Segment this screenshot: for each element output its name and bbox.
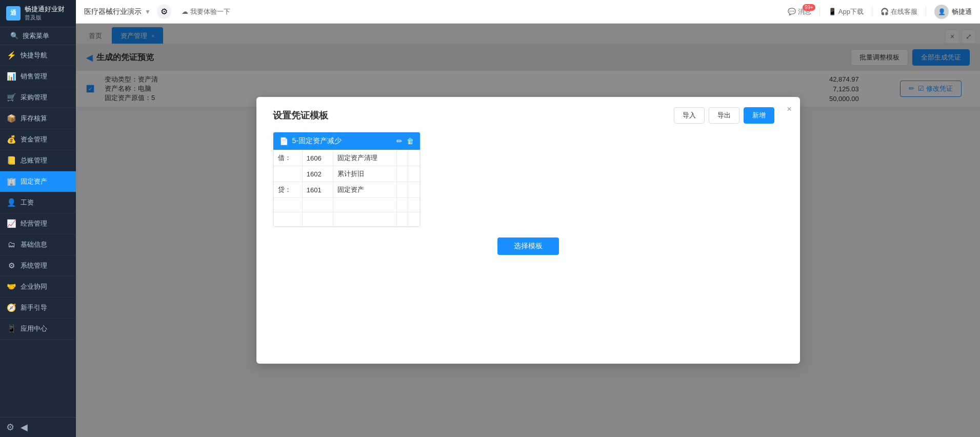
sidebar-bottom: ⚙ ◀ bbox=[0, 417, 76, 437]
sidebar-item-payroll[interactable]: 👤 工资 bbox=[0, 192, 76, 213]
inventory-icon: 📦 bbox=[6, 113, 16, 124]
template-card: 📄 5-固定资产减少 ✏ 🗑 借： 1606 固定资产清理 bbox=[273, 132, 421, 227]
template-card-header: 📄 5-固定资产减少 ✏ 🗑 bbox=[273, 132, 420, 150]
row2-type bbox=[273, 166, 302, 182]
message-badge: 99+ bbox=[803, 4, 815, 11]
row1-code: 1606 bbox=[302, 150, 333, 166]
template-name: 5-固定资产减少 bbox=[292, 136, 342, 146]
row3-name: 固定资产 bbox=[333, 182, 396, 198]
sidebar-item-sales[interactable]: 📊 销售管理 bbox=[0, 66, 76, 87]
collapse-icon[interactable]: ◀ bbox=[21, 422, 28, 433]
template-row-5 bbox=[273, 212, 419, 227]
template-row-4 bbox=[273, 198, 419, 212]
topbar: 医疗器械行业演示 ▼ ⚙ ☁ 我要体验一下 💬 消息 99+ 📱 App下载 🎧… bbox=[76, 0, 980, 24]
template-actions: ✏ 🗑 bbox=[396, 137, 414, 145]
sidebar-item-enterprise[interactable]: 🤝 企业协同 bbox=[0, 276, 76, 297]
finance-icon: 💰 bbox=[6, 134, 16, 145]
sidebar-item-label: 总账管理 bbox=[21, 156, 47, 165]
sidebar-item-app-center[interactable]: 📱 应用中心 bbox=[0, 319, 76, 340]
sidebar: 通 畅捷通好业财 普及版 🔍 搜索菜单 ⚡ 快捷导航 📊 销售管理 🛒 采购管理… bbox=[0, 0, 76, 437]
app-download-label: App下载 bbox=[838, 7, 864, 16]
app-center-icon: 📱 bbox=[6, 324, 16, 334]
modal-overlay: 设置凭证模板 × 导入 导出 新增 📄 5-固定资产减少 ✏ 🗑 bbox=[76, 24, 980, 437]
topbar-right: 💬 消息 99+ 📱 App下载 🎧 在线客服 👤 畅捷通 bbox=[788, 5, 972, 19]
sidebar-item-label: 经营管理 bbox=[21, 219, 47, 228]
select-template-button[interactable]: 选择模板 bbox=[497, 237, 559, 255]
divider bbox=[819, 7, 820, 17]
logo-subtitle: 普及版 bbox=[25, 14, 65, 22]
messages-button[interactable]: 💬 消息 99+ bbox=[788, 7, 811, 16]
row3-code: 1601 bbox=[302, 182, 333, 198]
modal-toolbar: 导入 导出 新增 bbox=[674, 107, 774, 124]
sidebar-item-label: 采购管理 bbox=[21, 93, 47, 102]
template-detail-table: 借： 1606 固定资产清理 1602 累计折旧 贷： bbox=[273, 150, 420, 227]
row1-credit bbox=[408, 150, 419, 166]
company-selector[interactable]: 医疗器械行业演示 ▼ bbox=[84, 7, 151, 16]
logo-title: 畅捷通好业财 bbox=[25, 5, 65, 14]
divider3 bbox=[926, 7, 926, 17]
search-label: 搜索菜单 bbox=[23, 31, 49, 41]
basic-info-icon: 🗂 bbox=[6, 240, 16, 250]
company-arrow-icon: ▼ bbox=[145, 8, 151, 15]
service-button[interactable]: 🎧 在线客服 bbox=[881, 7, 917, 16]
row2-code: 1602 bbox=[302, 166, 333, 182]
system-icon: ⚙ bbox=[6, 261, 16, 271]
template-row-2: 1602 累计折旧 bbox=[273, 166, 419, 182]
quick-nav-icon: ⚡ bbox=[6, 50, 16, 61]
gear-icon: ⚙ bbox=[161, 7, 168, 16]
company-name: 医疗器械行业演示 bbox=[84, 7, 142, 16]
fixed-assets-icon: 🏢 bbox=[6, 176, 16, 187]
operations-icon: 📈 bbox=[6, 218, 16, 229]
row1-name: 固定资产清理 bbox=[333, 150, 396, 166]
sidebar-item-label: 资金管理 bbox=[21, 135, 47, 144]
export-button[interactable]: 导出 bbox=[709, 107, 739, 124]
template-edit-icon[interactable]: ✏ bbox=[396, 137, 403, 145]
enterprise-icon: 🤝 bbox=[6, 282, 16, 292]
sidebar-item-operations[interactable]: 📈 经营管理 bbox=[0, 213, 76, 234]
row3-type: 贷： bbox=[273, 182, 302, 198]
search-menu[interactable]: 🔍 搜索菜单 bbox=[0, 27, 76, 45]
template-row-3: 贷： 1601 固定资产 bbox=[273, 182, 419, 198]
download-icon: 📱 bbox=[828, 8, 836, 15]
app-download-button[interactable]: 📱 App下载 bbox=[828, 7, 864, 16]
modal-close-button[interactable]: × bbox=[787, 105, 791, 113]
row2-credit bbox=[408, 166, 419, 182]
sidebar-item-label: 销售管理 bbox=[21, 72, 47, 81]
sidebar-item-guide[interactable]: 🧭 新手引导 bbox=[0, 297, 76, 319]
settings-bottom-icon[interactable]: ⚙ bbox=[6, 422, 14, 433]
service-label: 在线客服 bbox=[891, 7, 917, 16]
payroll-icon: 👤 bbox=[6, 197, 16, 208]
template-delete-icon[interactable]: 🗑 bbox=[407, 137, 414, 145]
sidebar-item-label: 工资 bbox=[21, 198, 34, 207]
row2-debit bbox=[397, 166, 408, 182]
trial-button[interactable]: ☁ 我要体验一下 bbox=[182, 7, 230, 16]
service-icon: 🎧 bbox=[881, 8, 889, 15]
row3-debit bbox=[397, 182, 408, 198]
sidebar-item-basic-info[interactable]: 🗂 基础信息 bbox=[0, 234, 76, 255]
row2-name: 累计折旧 bbox=[333, 166, 396, 182]
import-button[interactable]: 导入 bbox=[674, 107, 705, 124]
user-menu[interactable]: 👤 畅捷通 bbox=[934, 5, 972, 19]
cloud-icon: ☁ bbox=[182, 8, 188, 15]
sidebar-item-finance[interactable]: 💰 资金管理 bbox=[0, 129, 76, 150]
sidebar-item-ledger[interactable]: 📒 总账管理 bbox=[0, 150, 76, 171]
new-template-button[interactable]: 新增 bbox=[744, 107, 774, 124]
sidebar-item-label: 基础信息 bbox=[21, 240, 47, 249]
sidebar-item-purchase[interactable]: 🛒 采购管理 bbox=[0, 87, 76, 108]
sidebar-item-label: 库存核算 bbox=[21, 114, 47, 123]
row3-credit bbox=[408, 182, 419, 198]
user-avatar: 👤 bbox=[934, 5, 949, 19]
search-icon: 🔍 bbox=[10, 32, 18, 39]
sidebar-item-inventory[interactable]: 📦 库存核算 bbox=[0, 108, 76, 129]
divider2 bbox=[872, 7, 872, 17]
topbar-settings-button[interactable]: ⚙ bbox=[157, 5, 171, 19]
sidebar-item-quick-nav[interactable]: ⚡ 快捷导航 bbox=[0, 45, 76, 66]
sidebar-item-system[interactable]: ⚙ 系统管理 bbox=[0, 255, 76, 276]
sidebar-item-fixed-assets[interactable]: 🏢 固定资产 bbox=[0, 171, 76, 192]
sidebar-item-label: 固定资产 bbox=[21, 177, 47, 186]
template-doc-icon: 📄 bbox=[279, 137, 288, 145]
row1-debit bbox=[397, 150, 408, 166]
app-logo: 通 畅捷通好业财 普及版 bbox=[0, 0, 76, 27]
user-name: 畅捷通 bbox=[952, 7, 972, 16]
sidebar-item-label: 应用中心 bbox=[21, 324, 47, 333]
